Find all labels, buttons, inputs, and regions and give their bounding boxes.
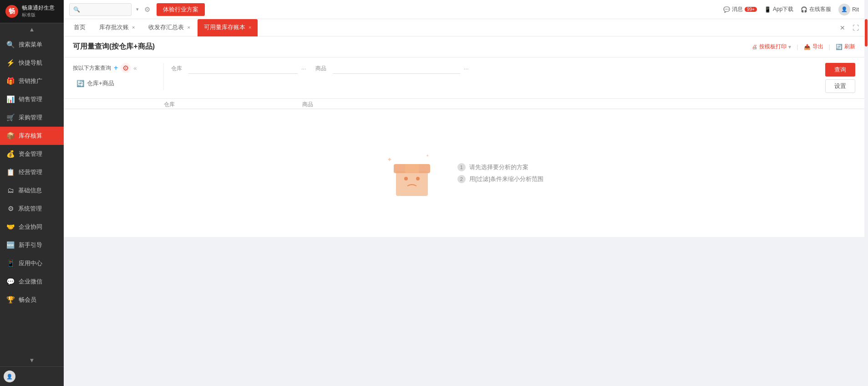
- online-service-item[interactable]: 🎧 在线客服: [801, 5, 831, 13]
- filter-warehouse-label: 仓库: [171, 65, 185, 72]
- topbar-right: 💬 消息 99+ 📱 App下载 🎧 在线客服 👤 Rit: [723, 4, 859, 15]
- trial-btn[interactable]: 体验行业方案: [157, 3, 205, 16]
- refresh-label: 刷新: [844, 43, 855, 51]
- svg-point-3: [404, 177, 408, 180]
- query-btn[interactable]: 查询: [825, 63, 855, 77]
- tab-batch-account-close[interactable]: ×: [132, 25, 135, 30]
- filter-product-field: 商品 ···: [315, 63, 469, 74]
- svg-text:✦: ✦: [421, 165, 424, 170]
- tab-available-ledger[interactable]: 可用量库存账本 ×: [198, 19, 258, 36]
- tab-available-ledger-close[interactable]: ×: [249, 25, 251, 30]
- message-icon: 💬: [723, 6, 730, 13]
- filter-product-label: 商品: [315, 65, 329, 72]
- sidebar-scroll-down[interactable]: ▼: [0, 354, 64, 366]
- sidebar-item-label: 销售管理: [19, 95, 42, 103]
- svg-rect-2: [405, 164, 419, 173]
- scheme-item-warehouse-product[interactable]: 🔄 仓库+商品: [73, 77, 156, 90]
- sidebar-item-label: 新手引导: [19, 241, 42, 249]
- content-area: 可用量查询(按仓库+商品) 🖨 按模板打印 ▾ | 📤 导出 | 🔄 刷新: [64, 36, 864, 386]
- topbar: 🔍 ▾ ⚙ 体验行业方案 💬 消息 99+ 📱 App下载 🎧 在线客服 👤 R: [64, 0, 864, 19]
- main-area: 🔍 ▾ ⚙ 体验行业方案 💬 消息 99+ 📱 App下载 🎧 在线客服 👤 R: [64, 0, 864, 386]
- search-icon: 🔍: [6, 41, 15, 49]
- print-btn[interactable]: 🖨 按模板打印 ▾: [752, 43, 791, 51]
- export-icon: 📤: [804, 44, 811, 50]
- filter-collapse-btn[interactable]: «: [133, 65, 137, 72]
- search-chevron-icon[interactable]: ▾: [136, 6, 139, 12]
- page-title: 可用量查询(按仓库+商品): [73, 42, 155, 51]
- filter-scheme-header: 按以下方案查询 + ⚙ «: [73, 63, 156, 73]
- operations-icon: 📋: [6, 168, 15, 176]
- sidebar-item-marketing[interactable]: 🎁 营销推广: [0, 72, 64, 90]
- sidebar-item-search[interactable]: 🔍 搜索菜单: [0, 36, 64, 54]
- tab-collect-account[interactable]: 收发存汇总表 ×: [142, 19, 196, 36]
- filter-action-buttons: 查询 设置: [825, 63, 855, 93]
- message-item[interactable]: 💬 消息 99+: [723, 5, 757, 13]
- sidebar-item-operations[interactable]: 📋 经营管理: [0, 163, 64, 181]
- product-field-label: 商品: [302, 101, 313, 108]
- print-label: 按模板打印: [759, 43, 787, 51]
- tip-text-2: 用[过滤]条件来缩小分析范围: [469, 175, 543, 183]
- sidebar-item-newbie[interactable]: 🆕 新手引导: [0, 236, 64, 254]
- topbar-search-box[interactable]: 🔍: [69, 3, 132, 16]
- message-badge: 99+: [745, 7, 757, 12]
- tip-text-1: 请先选择要分析的方案: [469, 163, 528, 171]
- sidebar-menu: 🔍 搜索菜单 ⚡ 快捷导航 🎁 营销推广 📊 销售管理 🛒 采购管理 📦 库存核…: [0, 36, 64, 354]
- sidebar-item-member[interactable]: 🏆 畅会员: [0, 291, 64, 309]
- sidebar-item-label: 搜索菜单: [19, 41, 42, 49]
- filter-product-input[interactable]: [333, 63, 460, 74]
- sidebar-item-enterprise-wx[interactable]: 💬 企业微信: [0, 273, 64, 291]
- filter-setting-btn[interactable]: ⚙: [121, 63, 131, 73]
- tab-batch-account[interactable]: 库存批次账 ×: [93, 19, 141, 36]
- finance-icon: 💰: [6, 150, 15, 158]
- sidebar-item-base-info[interactable]: 🗂 基础信息: [0, 181, 64, 200]
- empty-illustration-svg: ✦ ✦ ✦: [385, 146, 439, 201]
- right-scrollbar[interactable]: [864, 0, 868, 386]
- filter-warehouse-more-icon[interactable]: ···: [301, 65, 306, 72]
- app-center-icon: 📱: [6, 259, 15, 268]
- sidebar-item-finance[interactable]: 💰 资金管理: [0, 145, 64, 163]
- filter-labels-row: 仓库 商品: [64, 99, 864, 109]
- search-icon: 🔍: [73, 6, 80, 13]
- tab-batch-account-label: 库存批次账: [99, 23, 129, 31]
- refresh-btn[interactable]: 🔄 刷新: [836, 43, 855, 51]
- tab-expand-icon[interactable]: ⛶: [851, 23, 861, 32]
- sidebar-item-system[interactable]: ⚙ 系统管理: [0, 200, 64, 218]
- filter-warehouse-input[interactable]: [188, 63, 298, 74]
- svg-rect-0: [396, 171, 428, 196]
- filter-product-row: 商品 ···: [315, 63, 469, 74]
- sidebar-item-purchase[interactable]: 🛒 采购管理: [0, 108, 64, 127]
- export-btn[interactable]: 📤 导出: [804, 43, 823, 51]
- filter-add-btn[interactable]: +: [114, 64, 118, 72]
- sidebar-item-quick-nav[interactable]: ⚡ 快捷导航: [0, 54, 64, 72]
- sidebar-scroll-up[interactable]: ▲: [0, 23, 64, 36]
- print-chevron-icon: ▾: [788, 44, 791, 50]
- inventory-icon: 📦: [6, 132, 15, 140]
- empty-tip-2: 2 用[过滤]条件来缩小分析范围: [457, 175, 543, 183]
- export-label: 导出: [812, 43, 823, 51]
- scheme-icon: 🔄: [76, 80, 84, 87]
- sidebar-item-label: 应用中心: [19, 259, 42, 268]
- filter-product-more-icon[interactable]: ···: [464, 65, 469, 72]
- empty-illustration: ✦ ✦ ✦: [385, 146, 439, 201]
- sidebar-item-label: 资金管理: [19, 150, 42, 158]
- filter-section: 按以下方案查询 + ⚙ « 🔄 仓库+商品 仓库 ···: [64, 57, 864, 99]
- scheme-label: 仓库+商品: [87, 79, 114, 87]
- app-download-icon: 📱: [764, 6, 771, 13]
- app-download-item[interactable]: 📱 App下载: [764, 5, 793, 13]
- user-avatar: 👤: [838, 4, 850, 15]
- sidebar-user[interactable]: 👤: [0, 366, 64, 386]
- filter-scheme-panel: 按以下方案查询 + ⚙ « 🔄 仓库+商品: [73, 63, 164, 90]
- tab-close-all-icon[interactable]: ✕: [838, 23, 847, 32]
- sidebar-item-sales[interactable]: 📊 销售管理: [0, 90, 64, 108]
- topbar-gear-icon[interactable]: ⚙: [144, 5, 150, 14]
- tab-home[interactable]: 首页: [67, 19, 92, 36]
- user-profile[interactable]: 👤 Rit: [838, 4, 859, 15]
- search-input[interactable]: [82, 6, 127, 13]
- empty-tips: 1 请先选择要分析的方案 2 用[过滤]条件来缩小分析范围: [457, 163, 543, 183]
- sidebar-item-enterprise[interactable]: 🤝 企业协同: [0, 218, 64, 236]
- sidebar-item-app-center[interactable]: 📱 应用中心: [0, 254, 64, 273]
- enterprise-icon: 🤝: [6, 223, 15, 231]
- sidebar-item-inventory[interactable]: 📦 库存核算: [0, 127, 64, 145]
- tab-collect-account-close[interactable]: ×: [187, 25, 190, 30]
- settings-btn[interactable]: 设置: [825, 79, 855, 93]
